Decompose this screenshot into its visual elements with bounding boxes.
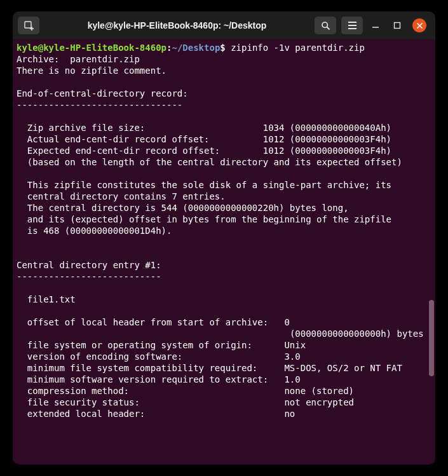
minimize-button[interactable] — [369, 19, 382, 32]
prompt-path: ~/Desktop — [172, 43, 220, 53]
window-controls — [368, 18, 430, 32]
prompt-sigil: $ — [220, 43, 231, 53]
prompt-user-host: kyle@kyle-HP-EliteBook-8460p — [17, 43, 166, 53]
new-tab-button[interactable] — [18, 17, 39, 34]
search-button[interactable] — [315, 17, 336, 34]
terminal-window: kyle@kyle-HP-EliteBook-8460p: ~/Desktop … — [13, 11, 435, 465]
titlebar: kyle@kyle-HP-EliteBook-8460p: ~/Desktop — [13, 11, 435, 39]
maximize-button[interactable] — [391, 19, 404, 32]
command-output: Archive: parentdir.zip There is no zipfi… — [17, 54, 424, 419]
terminal-content[interactable]: kyle@kyle-HP-EliteBook-8460p:~/Desktop$ … — [13, 39, 435, 465]
svg-rect-9 — [395, 23, 400, 29]
svg-rect-0 — [25, 22, 31, 28]
close-button[interactable] — [412, 18, 426, 32]
svg-line-4 — [327, 27, 329, 29]
svg-point-3 — [322, 22, 327, 27]
menu-button[interactable] — [341, 17, 363, 34]
scrollbar-thumb[interactable] — [429, 300, 434, 376]
command-text: zipinfo -1v parentdir.zip — [231, 43, 365, 53]
window-title: kyle@kyle-HP-EliteBook-8460p: ~/Desktop — [44, 20, 309, 31]
